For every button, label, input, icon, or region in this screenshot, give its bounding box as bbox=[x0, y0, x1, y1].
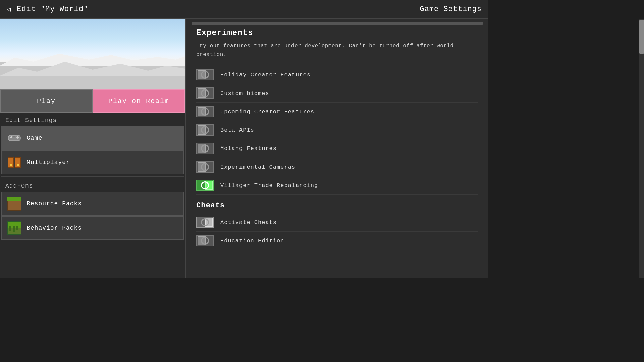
svg-rect-8 bbox=[14, 136, 15, 137]
toggle-indicator bbox=[201, 126, 209, 134]
toggle-row-holiday-creator: Holiday Creator Features bbox=[196, 66, 478, 84]
toggle-bg-holiday[interactable] bbox=[196, 69, 214, 80]
toggle-row-villager-trade: Villager Trade Rebalancing bbox=[196, 176, 478, 195]
villager-trade-label: Villager Trade Rebalancing bbox=[220, 182, 318, 189]
holiday-creator-label: Holiday Creator Features bbox=[220, 72, 311, 78]
molang-label: Molang Features bbox=[220, 145, 277, 152]
sidebar-item-resource-packs[interactable]: Resource Packs bbox=[1, 192, 184, 216]
toggle-bg-cameras[interactable] bbox=[196, 161, 214, 173]
section-divider bbox=[1, 176, 184, 177]
toggle-bg-biomes[interactable] bbox=[196, 87, 214, 99]
toggle-bg-villager[interactable] bbox=[196, 180, 214, 191]
toggle-molang[interactable] bbox=[196, 143, 214, 154]
beta-apis-label: Beta APIs bbox=[220, 127, 254, 133]
toggle-row-experimental-cameras: Experimental Cameras bbox=[196, 158, 478, 176]
education-edition-label: Education Edition bbox=[220, 238, 284, 244]
toggle-bg-education[interactable] bbox=[196, 235, 214, 246]
toggle-indicator-edu bbox=[201, 237, 209, 245]
svg-point-6 bbox=[17, 137, 18, 139]
right-panel: Experiments Try out features that are un… bbox=[186, 19, 488, 278]
snow-terrain bbox=[0, 52, 185, 66]
toggle-indicator bbox=[201, 144, 209, 153]
toggle-indicator bbox=[201, 163, 209, 171]
svg-point-5 bbox=[17, 136, 18, 137]
sidebar-item-multiplayer[interactable]: Multiplayer bbox=[1, 150, 184, 174]
left-scroll-area: Edit Settings Game bbox=[0, 113, 185, 278]
chest-icon bbox=[7, 155, 22, 170]
toggle-bg-beta[interactable] bbox=[196, 124, 214, 136]
toggle-activate-cheats[interactable] bbox=[196, 217, 214, 228]
custom-biomes-label: Custom biomes bbox=[220, 90, 269, 97]
play-on-realm-button[interactable]: Play on Realm bbox=[93, 89, 185, 113]
scroll-indicator-top bbox=[192, 22, 483, 25]
toggle-education-edition[interactable] bbox=[196, 235, 214, 246]
toggle-indicator-cheats bbox=[201, 218, 209, 226]
resource-packs-label: Resource Packs bbox=[26, 200, 82, 207]
addons-title: Add-Ons bbox=[0, 179, 185, 191]
right-scroll-content: Experiments Try out features that are un… bbox=[186, 25, 488, 278]
app-header: ◁ Edit "My World" Game Settings bbox=[0, 0, 488, 19]
toggle-villager-trade[interactable] bbox=[196, 180, 214, 191]
toggle-row-education-edition: Education Edition bbox=[196, 232, 478, 250]
toggle-row-beta-apis: Beta APIs bbox=[196, 121, 478, 139]
main-layout: Play Play on Realm Edit Settings bbox=[0, 19, 488, 278]
cheats-heading: Cheats bbox=[196, 201, 478, 210]
toggle-holiday-creator[interactable] bbox=[196, 69, 214, 80]
experiments-toggles: Holiday Creator Features Custom biomes bbox=[196, 66, 478, 195]
toggle-row-molang: Molang Features bbox=[196, 139, 478, 158]
world-preview bbox=[0, 19, 185, 89]
toggle-row-activate-cheats: Activate Cheats bbox=[196, 213, 478, 232]
activate-cheats-label: Activate Cheats bbox=[220, 219, 277, 226]
behavior-icon bbox=[7, 221, 22, 235]
experiments-heading: Experiments bbox=[196, 28, 478, 37]
toggle-indicator bbox=[201, 181, 209, 189]
toggle-beta-apis[interactable] bbox=[196, 124, 214, 136]
page-title: Edit "My World" bbox=[17, 5, 88, 13]
svg-rect-2 bbox=[11, 136, 12, 138]
toggle-row-custom-biomes: Custom biomes bbox=[196, 84, 478, 103]
toggle-bg-molang[interactable] bbox=[196, 143, 214, 154]
play-button[interactable]: Play bbox=[0, 89, 93, 113]
sidebar-item-game[interactable]: Game bbox=[1, 126, 184, 150]
upcoming-creator-label: Upcoming Creator Features bbox=[220, 109, 314, 115]
experiments-description: Try out features that are under developm… bbox=[196, 42, 458, 59]
section-title: Game Settings bbox=[420, 5, 482, 13]
multiplayer-label: Multiplayer bbox=[26, 159, 70, 166]
toggle-row-upcoming-creator: Upcoming Creator Features bbox=[196, 103, 478, 121]
toggle-bg-cheats[interactable] bbox=[196, 217, 214, 228]
toggle-custom-biomes[interactable] bbox=[196, 87, 214, 99]
controller-icon bbox=[7, 131, 22, 145]
sidebar-item-behavior-packs[interactable]: Behavior Packs bbox=[1, 216, 184, 240]
game-label: Game bbox=[26, 135, 42, 141]
play-buttons: Play Play on Realm bbox=[0, 89, 185, 113]
behavior-packs-label: Behavior Packs bbox=[26, 225, 82, 231]
toggle-experimental-cameras[interactable] bbox=[196, 161, 214, 173]
toggle-indicator bbox=[201, 89, 209, 97]
left-panel: Play Play on Realm Edit Settings bbox=[0, 19, 186, 278]
toggle-bg-upcoming[interactable] bbox=[196, 106, 214, 117]
toggle-indicator bbox=[201, 108, 209, 116]
experimental-cameras-label: Experimental Cameras bbox=[220, 164, 296, 170]
back-button[interactable]: ◁ bbox=[7, 5, 11, 13]
grass-block-icon bbox=[7, 196, 22, 211]
toggle-upcoming-creator[interactable] bbox=[196, 106, 214, 117]
edit-settings-title: Edit Settings bbox=[0, 113, 185, 126]
toggle-indicator bbox=[201, 71, 209, 79]
